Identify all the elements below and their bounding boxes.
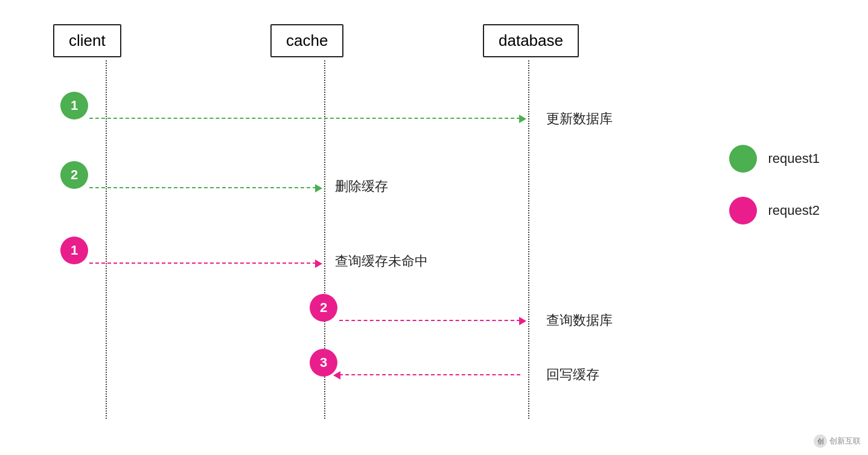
step-p2-circle: 2: [310, 294, 337, 322]
watermark-icon: 创: [814, 434, 827, 448]
label-p1: 查询缓存未命中: [335, 252, 428, 270]
step-g1-circle: 1: [60, 92, 88, 119]
client-label: client: [69, 31, 106, 49]
legend-circle-request1: [729, 145, 757, 173]
cache-box: cache: [270, 24, 343, 57]
label-g2: 删除缓存: [335, 177, 388, 196]
legend-label-request1: request1: [768, 151, 820, 167]
diagram: client cache database 1 更新数据库 2 删除缓存 1 查…: [0, 0, 868, 455]
legend-item-request1: request1: [729, 145, 820, 173]
arrow-g2: [89, 187, 316, 188]
database-label: database: [499, 31, 563, 49]
arrow-g1: [89, 118, 520, 119]
legend-circle-request2: [729, 197, 757, 224]
watermark-text: 创新互联: [829, 436, 861, 447]
cache-label: cache: [286, 31, 328, 49]
database-box: database: [483, 24, 579, 57]
arrow-p3: [339, 374, 520, 375]
step-g2-circle: 2: [60, 161, 88, 189]
label-p2: 查询数据库: [546, 311, 613, 329]
step-p1-circle: 1: [60, 237, 88, 264]
legend-label-request2: request2: [768, 203, 820, 218]
legend: request1 request2: [729, 145, 820, 224]
database-vline: [528, 60, 529, 419]
arrow-p1: [89, 262, 316, 264]
arrow-p2: [339, 320, 520, 321]
legend-item-request2: request2: [729, 197, 820, 224]
label-p3: 回写缓存: [546, 366, 599, 384]
client-vline: [106, 60, 107, 419]
watermark: 创 创新互联: [814, 434, 861, 448]
label-g1: 更新数据库: [546, 110, 613, 128]
client-box: client: [53, 24, 121, 57]
